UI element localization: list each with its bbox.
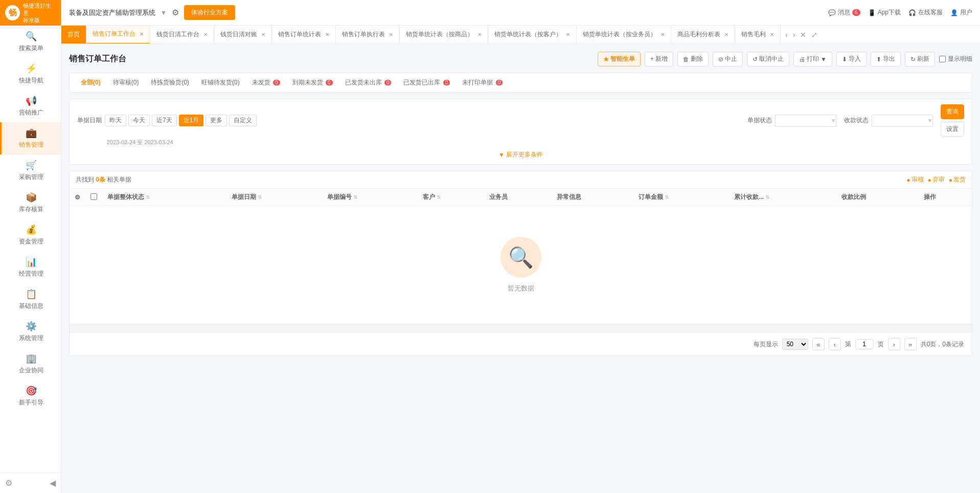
page-input[interactable] <box>855 339 874 349</box>
date-btn-7days[interactable]: 近7天 <box>152 115 177 126</box>
message-btn[interactable]: 💬 消息 6 <box>828 8 860 17</box>
sort-overall-status[interactable]: 单据整体状态 ⇅ <box>107 193 221 201</box>
status-select[interactable] <box>775 115 836 127</box>
tab-scroll-left-icon[interactable]: ‹ <box>783 30 790 40</box>
tab-maximize-icon[interactable]: ⤢ <box>809 30 819 40</box>
online-service-btn[interactable]: 🎧 在线客服 <box>908 8 943 17</box>
tab-close-icon[interactable]: ✕ <box>325 32 329 37</box>
tab-close-icon[interactable]: ✕ <box>140 31 144 37</box>
sub-tab-all[interactable]: 全部(0) <box>75 76 107 89</box>
page-next-btn[interactable]: › <box>888 338 900 350</box>
tab-close-icon[interactable]: ✕ <box>660 32 665 37</box>
review-action-btn[interactable]: ● 审核 <box>906 175 923 184</box>
select-all-cell[interactable] <box>85 189 102 206</box>
select-all-checkbox[interactable] <box>90 193 97 200</box>
sub-tab-not-printed[interactable]: 未打印单据 0 <box>456 76 509 89</box>
sort-date[interactable]: 单据日期 ⇅ <box>232 193 317 201</box>
tab-gross-analysis[interactable]: 商品毛利分析表 ✕ <box>671 26 735 44</box>
user-btn[interactable]: 👤 用户 <box>950 8 972 17</box>
sidebar-item-label: 营销推广 <box>19 108 43 117</box>
sub-tab-not-shipped[interactable]: 未发货 0 <box>246 76 286 89</box>
sub-tab-pending-review[interactable]: 待审核(0) <box>107 76 145 89</box>
show-details-label[interactable]: 显示明细 <box>939 55 972 63</box>
tab-close-icon[interactable]: ✕ <box>477 32 482 37</box>
settings-button[interactable]: 设置 <box>941 122 964 137</box>
date-btn-yesterday[interactable]: 昨天 <box>105 115 126 126</box>
delete-button[interactable]: 🗑 删除 <box>677 52 709 66</box>
expand-filter-button[interactable]: ▼ 展开更多条件 <box>498 150 543 159</box>
topbar-settings-icon[interactable]: ⚙ <box>172 8 179 17</box>
payment-select[interactable] <box>872 115 933 127</box>
page-prev-btn[interactable]: ‹ <box>829 338 841 350</box>
tab-stats-staff[interactable]: 销货单统计表（按业务员） ✕ <box>577 26 671 44</box>
app-download-btn[interactable]: 📱 App下载 <box>868 8 901 17</box>
smart-create-button[interactable]: ★ 智能生单 <box>598 52 641 66</box>
page-first-btn[interactable]: « <box>812 338 825 350</box>
tab-cash-reconcile[interactable]: 钱货日清对账 ✕ <box>214 26 272 44</box>
stop-button[interactable]: ⊘ 中止 <box>713 52 743 66</box>
sidebar-item-guide[interactable]: 🎯 新手引导 <box>0 380 61 412</box>
tab-close-icon[interactable]: ✕ <box>389 32 393 37</box>
page-last-btn[interactable]: » <box>904 338 917 350</box>
sort-collected[interactable]: 累计收款... ⇅ <box>734 193 831 201</box>
refresh-button[interactable]: ↻ 刷新 <box>905 52 935 66</box>
sub-tab-overdue[interactable]: 到期未发货 0 <box>286 76 339 89</box>
tab-sales-stats[interactable]: 销售订单统计表 ✕ <box>272 26 336 44</box>
date-btn-today[interactable]: 今天 <box>128 115 150 126</box>
tab-sales-more[interactable]: 销售毛利 ✕ <box>735 26 781 44</box>
horizontal-scrollbar[interactable] <box>70 324 972 332</box>
sidebar-item-purchase[interactable]: 🛒 采购管理 <box>0 154 61 187</box>
tab-sales-exec[interactable]: 销售订单执行表 ✕ <box>336 26 400 44</box>
date-btn-1month[interactable]: 近1月 <box>179 115 204 126</box>
tab-close-icon[interactable]: ✕ <box>770 32 774 37</box>
flash-icon: ⚡ <box>26 63 37 74</box>
tab-stats-product[interactable]: 销货单统计表（按商品） ✕ <box>400 26 488 44</box>
dropdown-arrow-icon[interactable]: ▼ <box>161 9 167 16</box>
export-button[interactable]: ⬆ 导出 <box>871 52 901 66</box>
result-count: 0条 <box>96 176 105 183</box>
sidebar-item-search[interactable]: 🔍 搜索菜单 <box>0 26 61 58</box>
sort-amount[interactable]: 订单金额 ⇅ <box>639 193 724 201</box>
page-size-select[interactable]: 10 20 50 100 <box>782 339 808 350</box>
tab-close-all-icon[interactable]: ✕ <box>798 30 808 40</box>
tab-cash-daily[interactable]: 钱货日清工作台 ✕ <box>150 26 214 44</box>
tab-close-icon[interactable]: ✕ <box>566 32 570 37</box>
sidebar-item-basic-info[interactable]: 📋 基础信息 <box>0 283 61 316</box>
add-button[interactable]: + 新增 <box>645 52 673 66</box>
print-button[interactable]: 🖨 打印 ▼ <box>793 52 832 66</box>
cancel-stop-button[interactable]: ↺ 取消中止 <box>747 52 789 66</box>
sidebar-item-sales[interactable]: 💼 销售管理 <box>0 122 61 154</box>
tab-close-icon[interactable]: ✕ <box>203 32 208 37</box>
sort-customer[interactable]: 客户 ⇅ <box>423 193 479 201</box>
logo[interactable]: 畅 畅捷通好生意 标准版 <box>0 0 61 26</box>
trial-button[interactable]: 体验行业方案 <box>184 5 235 20</box>
sort-number[interactable]: 单据编号 ⇅ <box>327 193 413 201</box>
import-button[interactable]: ⬇ 导入 <box>836 52 867 66</box>
sidebar-item-finance[interactable]: 💰 资金管理 <box>0 219 61 251</box>
column-settings-icon[interactable]: ⚙ <box>70 189 85 206</box>
collapse-icon[interactable]: ◀ <box>50 478 56 488</box>
tab-close-icon[interactable]: ✕ <box>261 32 265 37</box>
tab-close-icon[interactable]: ✕ <box>724 32 728 37</box>
sidebar-item-enterprise[interactable]: 🏢 企业协同 <box>0 348 61 380</box>
tab-scroll-right-icon[interactable]: › <box>791 30 797 40</box>
query-button[interactable]: 查询 <box>941 104 964 119</box>
settings-bottom-icon[interactable]: ⚙ <box>5 478 12 488</box>
sidebar-item-quick-nav[interactable]: ⚡ 快捷导航 <box>0 58 61 90</box>
date-btn-more[interactable]: 更多 <box>206 115 227 126</box>
sub-tab-shipped-not-out[interactable]: 已发货未出库 0 <box>339 76 398 89</box>
sidebar-item-operations[interactable]: 📊 经营管理 <box>0 251 61 283</box>
sub-tab-pending-inspect[interactable]: 待拣货验货(0) <box>145 76 195 89</box>
tab-stats-customer[interactable]: 销货单统计表（按客户） ✕ <box>488 26 577 44</box>
sidebar-item-system[interactable]: ⚙️ 系统管理 <box>0 316 61 348</box>
sidebar-item-inventory[interactable]: 📦 库存核算 <box>0 187 61 219</box>
tab-sales-workbench[interactable]: 销售订单工作台 ✕ <box>86 26 150 44</box>
show-details-checkbox[interactable] <box>939 56 946 62</box>
tab-home[interactable]: 首页 <box>61 26 86 44</box>
date-btn-custom[interactable]: 自定义 <box>229 115 257 126</box>
ship-action-btn[interactable]: ● 发货 <box>949 175 966 184</box>
sub-tab-shipped-out[interactable]: 已发货已出库 0 <box>397 76 456 89</box>
cancel-review-action-btn[interactable]: ● 弃审 <box>928 175 945 184</box>
sub-tab-wangpu[interactable]: 旺铺待发货(0) <box>195 76 246 89</box>
sidebar-item-marketing[interactable]: 📢 营销推广 <box>0 90 61 122</box>
